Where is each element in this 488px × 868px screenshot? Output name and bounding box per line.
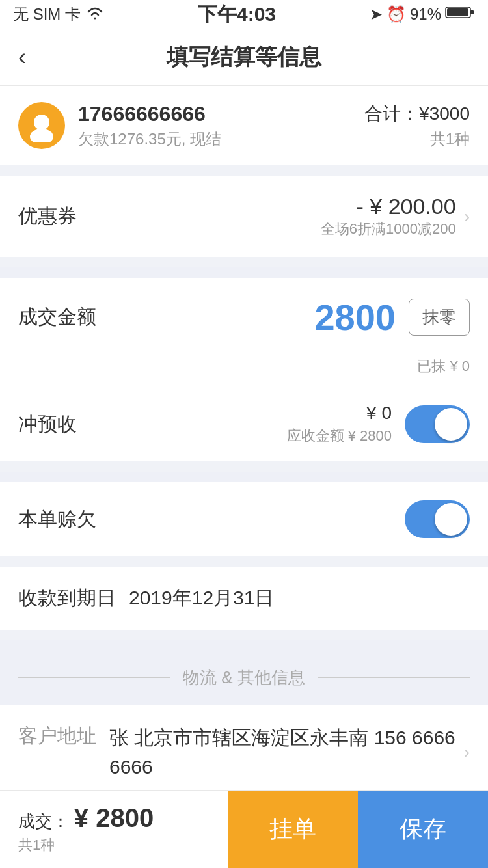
chevron-right-icon: › [464, 206, 470, 227]
svg-rect-2 [447, 8, 468, 16]
save-button[interactable]: 保存 [358, 791, 488, 869]
precharge-amount-block: ¥ 0 应收金额 ¥ 2800 [287, 403, 392, 446]
address-chevron-icon: › [464, 742, 470, 763]
footer-deal-amount: ¥ 2800 [74, 804, 154, 832]
footer-info: 成交： ¥ 2800 共1种 [0, 804, 228, 855]
duedate-section: 收款到期日 2019年12月31日 [0, 567, 488, 630]
coupon-info: - ¥ 200.00 全场6折满1000减200 [321, 194, 456, 239]
footer: 成交： ¥ 2800 共1种 挂单 保存 [0, 790, 488, 868]
footer-count: 共1种 [18, 835, 210, 855]
separator-2 [0, 472, 488, 482]
coupon-row[interactable]: 优惠券 - ¥ 200.00 全场6折满1000减200 › [0, 176, 488, 257]
address-value: 张 北京市市辖区海淀区永丰南 156 6666 6666 [109, 723, 456, 781]
coupon-right: - ¥ 200.00 全场6折满1000减200 › [321, 194, 470, 239]
svg-rect-1 [470, 10, 474, 14]
status-right: ➤ ⏰ 91% [370, 5, 475, 23]
logistics-text: 物流 & 其他信息 [183, 666, 305, 689]
deal-label: 成交金额 [18, 304, 96, 331]
deal-sub: 已抹 ¥ 0 [0, 357, 488, 387]
duedate-label: 收款到期日 [18, 585, 116, 612]
pending-button[interactable]: 挂单 [228, 791, 358, 869]
footer-deal-label: 成交： [18, 811, 69, 831]
svg-point-4 [30, 129, 53, 142]
deal-right: 2800 抹零 [314, 296, 470, 338]
status-bar: 无 SIM 卡 下午4:03 ➤ ⏰ 91% [0, 0, 488, 29]
precharge-label: 冲预收 [18, 411, 77, 438]
footer-deal-row: 成交： ¥ 2800 [18, 804, 210, 833]
coupon-desc: 全场6折满1000减200 [321, 219, 456, 239]
sim-status: 无 SIM 卡 [13, 4, 81, 25]
deal-amount: 2800 [314, 296, 396, 338]
page-title: 填写结算等信息 [167, 42, 321, 72]
battery-level: 91% [410, 5, 441, 23]
deal-section: 成交金额 2800 抹零 已抹 ¥ 0 冲预收 ¥ 0 应收金额 ¥ 2800 [0, 278, 488, 461]
debt-toggle-knob [435, 503, 467, 536]
precharge-right: ¥ 0 应收金额 ¥ 2800 [287, 403, 470, 446]
alarm-icon: ⏰ [386, 5, 406, 23]
customer-right: 合计：¥3000 共1种 [364, 102, 470, 150]
customer-left: 17666666666 欠款1276.35元, 现结 [18, 102, 221, 150]
debt-toggle[interactable] [405, 500, 470, 538]
customer-info: 17666666666 欠款1276.35元, 现结 [78, 102, 221, 150]
debt-section: 本单赊欠 [0, 482, 488, 556]
precharge-toggle[interactable] [405, 405, 470, 443]
wifi-icon [86, 5, 104, 23]
address-section[interactable]: 客户地址 张 北京市市辖区海淀区永丰南 156 6666 6666 › [0, 705, 488, 800]
status-left: 无 SIM 卡 [13, 4, 104, 25]
status-time: 下午4:03 [198, 1, 276, 28]
logistics-separator: 物流 & 其他信息 [0, 651, 488, 705]
customer-phone: 17666666666 [78, 102, 221, 126]
customer-row: 17666666666 欠款1276.35元, 现结 合计：¥3000 共1种 [0, 86, 488, 165]
debt-label: 本单赊欠 [18, 506, 96, 533]
total-count: 共1种 [364, 129, 470, 150]
precharge-receivable: 应收金额 ¥ 2800 [287, 426, 392, 446]
total-amount: 合计：¥3000 [364, 102, 470, 126]
avatar [18, 102, 65, 149]
precharge-amount: ¥ 0 [287, 403, 392, 424]
duedate-value: 2019年12月31日 [129, 585, 274, 612]
precharge-row: 冲预收 ¥ 0 应收金额 ¥ 2800 [0, 387, 488, 461]
back-button[interactable]: ‹ [18, 44, 26, 71]
customer-sub: 欠款1276.35元, 现结 [78, 129, 221, 150]
logistics-line-left [18, 677, 170, 678]
svg-point-3 [34, 115, 49, 130]
separator-1 [0, 267, 488, 278]
coupon-label: 优惠券 [18, 203, 77, 230]
logistics-line-right [318, 677, 470, 678]
separator-3 [0, 640, 488, 651]
round-zero-button[interactable]: 抹零 [409, 299, 470, 336]
deal-row: 成交金额 2800 抹零 [0, 278, 488, 357]
toggle-knob [435, 408, 467, 441]
address-label: 客户地址 [18, 723, 96, 750]
battery-icon [445, 5, 475, 23]
location-icon: ➤ [370, 5, 383, 23]
coupon-amount: - ¥ 200.00 [321, 194, 456, 219]
nav-bar: ‹ 填写结算等信息 [0, 29, 488, 86]
